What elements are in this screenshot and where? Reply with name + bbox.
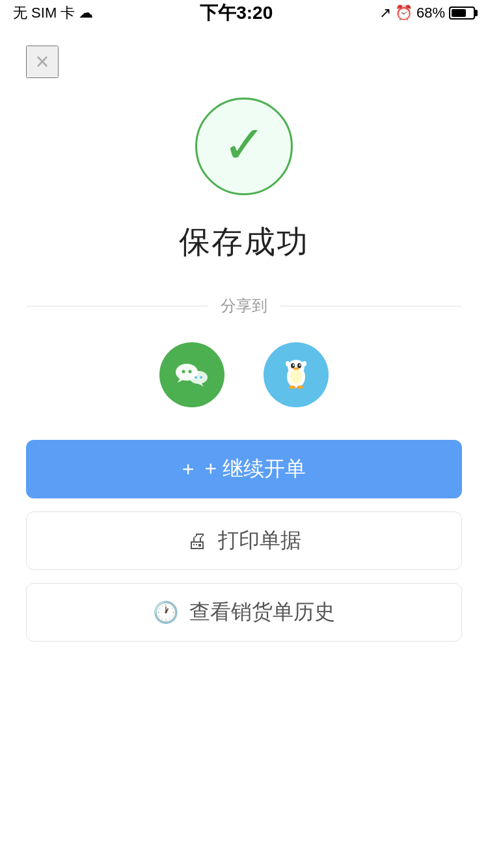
wechat-icon bbox=[172, 355, 211, 394]
alarm-icon: ⏰ bbox=[395, 5, 413, 21]
status-left: 无 SIM 卡 ☁ bbox=[13, 3, 93, 23]
share-icons bbox=[26, 342, 462, 407]
print-label: 打印单据 bbox=[218, 526, 301, 555]
divider-right bbox=[280, 306, 462, 306]
print-button[interactable]: 🖨 打印单据 bbox=[26, 511, 462, 570]
battery-icon bbox=[449, 7, 475, 20]
history-button[interactable]: 🕐 查看销货单历史 bbox=[26, 583, 462, 642]
share-label: 分享到 bbox=[221, 295, 267, 316]
no-sim-text: 无 SIM 卡 ☁ bbox=[13, 3, 93, 23]
svg-point-5 bbox=[200, 376, 202, 379]
svg-point-11 bbox=[297, 363, 301, 368]
action-buttons: + + 继续开单 🖨 打印单据 🕐 查看销货单历史 bbox=[26, 440, 462, 642]
svg-point-16 bbox=[289, 385, 295, 388]
divider-left bbox=[26, 306, 208, 306]
qq-icon bbox=[278, 357, 314, 393]
print-icon: 🖨 bbox=[187, 529, 208, 553]
svg-point-15 bbox=[290, 370, 302, 384]
svg-point-19 bbox=[303, 361, 306, 366]
main-content: × ✓ 保存成功 分享到 bbox=[0, 26, 488, 668]
battery-fill bbox=[452, 9, 466, 17]
history-label: 查看销货单历史 bbox=[189, 598, 335, 627]
svg-point-12 bbox=[292, 364, 293, 365]
battery-percent: 68% bbox=[416, 5, 445, 21]
continue-label: + 继续开单 bbox=[205, 455, 306, 483]
share-divider: 分享到 bbox=[26, 295, 462, 316]
close-button[interactable]: × bbox=[26, 46, 59, 78]
status-right: ↗ ⏰ 68% bbox=[379, 5, 475, 21]
plus-icon: + bbox=[182, 457, 195, 481]
share-section: 分享到 bbox=[26, 295, 462, 407]
svg-point-18 bbox=[286, 361, 290, 366]
success-circle: ✓ bbox=[195, 98, 293, 195]
svg-point-4 bbox=[195, 376, 197, 379]
svg-point-17 bbox=[297, 385, 303, 388]
wechat-share-button[interactable] bbox=[159, 342, 224, 407]
qq-share-button[interactable] bbox=[264, 342, 329, 407]
status-time: 下午3:20 bbox=[200, 1, 273, 25]
status-bar: 无 SIM 卡 ☁ 下午3:20 ↗ ⏰ 68% bbox=[0, 0, 488, 26]
continue-button[interactable]: + + 继续开单 bbox=[26, 440, 462, 498]
svg-point-2 bbox=[182, 370, 185, 373]
svg-point-1 bbox=[189, 371, 208, 384]
close-icon: × bbox=[35, 50, 49, 74]
svg-point-3 bbox=[189, 370, 192, 373]
checkmark-icon: ✓ bbox=[223, 119, 266, 171]
clock-icon: 🕐 bbox=[153, 600, 179, 625]
success-title: 保存成功 bbox=[179, 221, 309, 263]
location-icon: ↗ bbox=[379, 5, 391, 21]
svg-point-10 bbox=[291, 363, 295, 368]
svg-point-13 bbox=[299, 364, 300, 365]
